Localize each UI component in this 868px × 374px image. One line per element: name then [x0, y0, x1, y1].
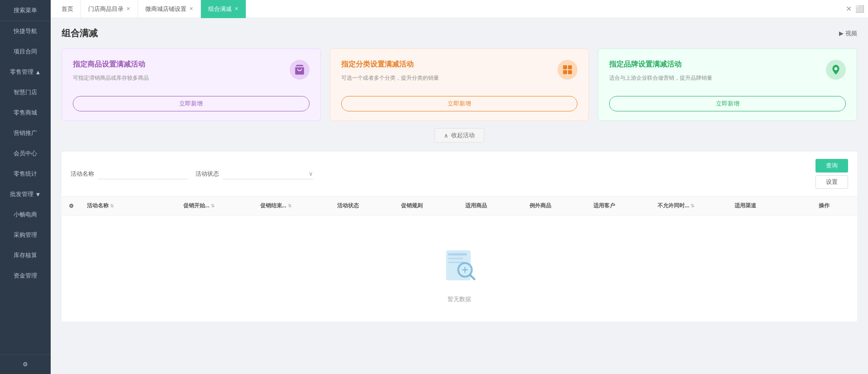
empty-illustration — [437, 243, 482, 288]
empty-text: 暂无数据 — [448, 295, 471, 303]
brand-card-title: 指定品牌设置满减活动 — [609, 60, 846, 69]
th-status: 活动状态 — [337, 202, 401, 210]
th-rule: 促销规则 — [401, 202, 465, 210]
svg-rect-7 — [448, 253, 467, 255]
category-card-btn[interactable]: 立即新增 — [341, 96, 578, 111]
product-card-icon — [290, 60, 310, 80]
brand-card: 指定品牌设置满减活动 适合与上游企业联合做营销，提升品牌销量 立即新增 — [598, 48, 857, 121]
th-end[interactable]: 促销结束... ⇅ — [260, 202, 337, 210]
sidebar-item-inventory[interactable]: 库存核算 — [0, 245, 51, 266]
sidebar-item-retail-mgmt[interactable]: 零售管理 ▲ — [0, 62, 51, 82]
svg-rect-3 — [563, 70, 568, 74]
category-card: 指定分类设置满减活动 可选一个或者多个分类，提升分类的销量 立即新增 — [330, 48, 589, 121]
category-card-title: 指定分类设置满减活动 — [341, 60, 578, 69]
svg-rect-4 — [568, 70, 572, 74]
product-card-title: 指定商品设置满减活动 — [73, 60, 310, 69]
tab-product-catalog[interactable]: 门店商品目录 ✕ — [81, 0, 138, 18]
category-card-desc: 可选一个或者多个分类，提升分类的销量 — [341, 74, 578, 82]
filter-status-label: 活动状态 — [196, 170, 219, 178]
close-tab-combo-discount[interactable]: ✕ — [234, 6, 238, 11]
sidebar-item-retail-mall[interactable]: 零售商城 — [0, 103, 51, 123]
empty-state: 暂无数据 — [62, 216, 857, 321]
th-channel: 适用渠道 — [734, 202, 799, 210]
filter-buttons: 查询 设置 — [816, 159, 848, 189]
gear-icon: ⚙ — [69, 203, 74, 209]
sort-icon: ⇅ — [288, 203, 291, 208]
sidebar-item-purchase-mgmt[interactable]: 采购管理 — [0, 225, 51, 245]
query-button[interactable]: 查询 — [816, 159, 848, 173]
table-header: ⚙ 活动名称 ⇅ 促销开始... ⇅ 促销结束... ⇅ 活动状态 — [62, 197, 857, 216]
maximize-window-icon[interactable]: ⬜ — [855, 5, 864, 13]
table-section: 活动名称 活动状态 ∨ 查询 设置 ⚙ — [62, 152, 857, 321]
filter-name-label: 活动名称 — [71, 170, 94, 178]
brand-card-btn[interactable]: 立即新增 — [609, 96, 846, 111]
sidebar: 搜索菜单 快捷导航 项目合同 零售管理 ▲ 智慧门店 零售商城 营销推广 会员中… — [0, 0, 51, 374]
sidebar-item-project-contract[interactable]: 项目合同 — [0, 42, 51, 62]
sidebar-item-quick-nav[interactable]: 快捷导航 — [0, 21, 51, 42]
cards-row: 指定商品设置满减活动 可指定滞销商品或库存较多商品 立即新增 指定分类设置满减活… — [62, 48, 857, 121]
sort-icon: ⇅ — [691, 203, 694, 208]
page-title: 组合满减 — [62, 27, 98, 39]
tab-bar: 首页 门店商品目录 ✕ 微商城店铺设置 ✕ 组合满减 ✕ ✕ ⬜ — [51, 0, 868, 18]
filter-name-input[interactable] — [98, 168, 188, 179]
sort-icon: ⇅ — [110, 203, 114, 208]
sort-icon: ⇅ — [211, 203, 215, 208]
th-action: 操作 — [799, 202, 850, 210]
sidebar-search[interactable]: 搜索菜单 — [0, 0, 51, 21]
close-window-icon[interactable]: ✕ — [846, 5, 852, 13]
product-card-desc: 可指定滞销商品或库存较多商品 — [73, 74, 310, 82]
brand-card-desc: 适合与上游企业联合做营销，提升品牌销量 — [609, 74, 846, 82]
th-product: 适用商品 — [465, 202, 529, 210]
play-icon: ▶ — [839, 30, 844, 37]
svg-rect-2 — [568, 65, 572, 69]
sidebar-item-ecommerce[interactable]: 小畅电商 — [0, 205, 51, 225]
th-start[interactable]: 促销开始... ⇅ — [183, 202, 260, 210]
sidebar-item-marketing[interactable]: 营销推广 — [0, 123, 51, 144]
filter-bar: 活动名称 活动状态 ∨ 查询 设置 — [62, 152, 857, 197]
filter-name: 活动名称 — [71, 168, 188, 179]
svg-point-5 — [835, 67, 838, 71]
th-name[interactable]: 活动名称 ⇅ — [87, 202, 183, 210]
main-area: 首页 门店商品目录 ✕ 微商城店铺设置 ✕ 组合满减 ✕ ✕ ⬜ 组合满减 ▶ … — [51, 0, 868, 374]
chevron-down-icon: ▼ — [35, 191, 41, 198]
page-header: 组合满减 ▶ 视频 — [62, 27, 857, 39]
tab-combo-discount[interactable]: 组合满减 ✕ — [201, 0, 246, 18]
sidebar-item-retail-stats[interactable]: 零售统计 — [0, 164, 51, 184]
chevron-down-icon: ∨ — [309, 170, 313, 177]
filter-status-select[interactable]: ∨ — [223, 168, 313, 179]
th-settings[interactable]: ⚙ — [69, 203, 87, 209]
th-exception: 例外商品 — [529, 202, 594, 210]
window-controls: ✕ ⬜ — [846, 5, 864, 13]
sidebar-item-finance[interactable]: 资金管理 — [0, 266, 51, 286]
sidebar-item-smart-store[interactable]: 智慧门店 — [0, 82, 51, 103]
sidebar-item-member-center[interactable]: 会员中心 — [0, 144, 51, 164]
tab-home[interactable]: 首页 — [54, 0, 81, 18]
settings-btn[interactable]: 设置 — [816, 175, 848, 189]
brand-card-icon — [826, 60, 846, 80]
close-tab-product-catalog[interactable]: ✕ — [126, 6, 130, 11]
close-tab-wechat-store[interactable]: ✕ — [189, 6, 193, 11]
filter-status: 活动状态 ∨ — [196, 168, 313, 179]
collapse-btn[interactable]: ∧ 收起活动 — [434, 128, 484, 143]
gear-icon: ⚙ — [23, 361, 28, 368]
page-content: 组合满减 ▶ 视频 指定商品设置满减活动 可指定滞销商品或库存较多商品 — [51, 18, 868, 374]
product-card: 指定商品设置满减活动 可指定滞销商品或库存较多商品 立即新增 — [62, 48, 321, 121]
svg-rect-1 — [563, 65, 568, 69]
th-customer: 适用客户 — [593, 202, 658, 210]
collapse-bar: ∧ 收起活动 — [62, 128, 857, 143]
product-card-btn[interactable]: 立即新增 — [73, 96, 310, 111]
chevron-up-icon: ▲ — [35, 69, 41, 76]
settings-button[interactable]: ⚙ — [0, 354, 51, 374]
th-notallow[interactable]: 不允许同时... ⇅ — [658, 202, 734, 210]
svg-rect-8 — [448, 258, 463, 259]
sidebar-item-wholesale-mgmt[interactable]: 批发管理 ▼ — [0, 184, 51, 205]
collapse-icon: ∧ — [444, 132, 448, 139]
video-link[interactable]: ▶ 视频 — [839, 29, 857, 38]
tab-wechat-store[interactable]: 微商城店铺设置 ✕ — [138, 0, 201, 18]
